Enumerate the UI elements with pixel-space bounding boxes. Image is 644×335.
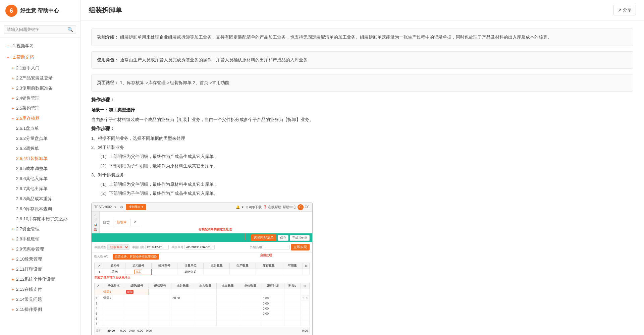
ss-complete-btn[interactable]: 完成其他单 xyxy=(290,235,310,241)
nav-section-title-2[interactable]: － 2.帮助文档 xyxy=(0,52,80,63)
ss-topbar: TEST-H002 ▾ ⚙ 找到我在 ▾ 🔔 ★ ⊞ App下载 ❓ 在线帮助 … xyxy=(92,203,312,212)
ss-save-btn[interactable]: 保存 xyxy=(278,235,288,241)
ss-lower-table-area: ✓ 子元件名 编码/编号 规格型号 主计数量 主入数量 主出数量 单位数量 消耗… xyxy=(92,281,312,335)
ss-tab-zg[interactable]: 自贡 xyxy=(100,219,113,226)
plus-icon-2-9: ＋ xyxy=(11,246,15,252)
ss-lower-col-qty4: 单位数量 xyxy=(239,283,262,289)
ss-lower-cell-2-3 xyxy=(125,295,149,301)
ss-lower-row-3: 3 0.00 xyxy=(95,301,310,306)
ss-lower-r5c4 xyxy=(149,311,171,316)
nav-item-2-6-1[interactable]: 2.6.1盘点单 xyxy=(0,123,80,133)
nav-item-2-7[interactable]: ＋ 2.7资金管理 xyxy=(0,224,80,234)
ss-upper-cell-1-5: 1(0+入1) xyxy=(177,269,204,275)
ss-tabs-row: ⌂ ☰ 📊 🏭 自贡 新增单 ✕ xyxy=(92,212,312,233)
nav-sub-2: ＋ 2.1新手入门 ＋ 2.2产品安装及登录 ＋ 2.3使用前数据准备 ＋ 2.… xyxy=(0,63,80,315)
ss-type-field: 单据类型 组装调单 拆卸 xyxy=(94,244,129,250)
ss-lower-r7c2 xyxy=(102,321,125,326)
nav-item-2-3[interactable]: ＋ 2.3使用前数据准备 xyxy=(0,83,80,93)
ss-bell-icon: 🔔 xyxy=(236,205,240,209)
plus-icon-1: ＋ xyxy=(5,43,11,49)
plus-icon-2-10: ＋ xyxy=(11,257,15,262)
nav-item-2-6[interactable]: － 2.6库存核算 xyxy=(0,113,80,123)
ss-lower-r6c8 xyxy=(239,316,262,321)
ss-lower-r5c6 xyxy=(194,311,216,316)
intro-block: 功能介绍： 组装拆卸单用来处理企业组装或拆卸等加工业务，支持有固定装配清单的产品… xyxy=(91,29,633,46)
nav-item-2-4[interactable]: ＋ 2.4销售管理 xyxy=(0,93,80,103)
ss-username: CC xyxy=(305,205,310,209)
ss-lower-r6c6 xyxy=(194,316,216,321)
search-box[interactable]: 🔍 xyxy=(4,25,76,34)
ss-lower-r5c2 xyxy=(102,311,125,316)
ss-upper-row-1: 1 关米 加工 1(0+入1) xyxy=(95,269,310,275)
nav-item-2-9[interactable]: ＋ 2.9优惠券管理 xyxy=(0,244,80,254)
ss-no-input[interactable] xyxy=(184,245,215,249)
ss-upper-cell-1-6 xyxy=(204,269,230,275)
ss-date-label: 单据日期 xyxy=(132,245,144,249)
nav-item-2-6-6[interactable]: 2.6.6其他入库单 xyxy=(0,174,80,184)
ss-date-input[interactable] xyxy=(145,245,169,249)
nav-item-2-6-10[interactable]: 2.6.10库存账本错了怎么办 xyxy=(0,214,80,224)
ss-upper-cell-tag: 加工 xyxy=(134,270,142,274)
ss-remark-input[interactable] xyxy=(263,245,290,249)
ss-tab-area: 自贡 新增单 ✕ xyxy=(100,219,140,226)
ss-lower-r7c8 xyxy=(239,321,262,326)
ss-lower-r7c9 xyxy=(262,321,284,326)
plus-icon-2-3: ＋ xyxy=(11,86,15,91)
search-button[interactable]: 🔍 xyxy=(67,27,73,32)
nav-item-2-12[interactable]: ＋ 2.12系统个性化设置 xyxy=(0,274,80,284)
nav-item-2-6-4[interactable]: 2.6.4组装拆卸单 xyxy=(0,154,80,164)
nav-item-2-8[interactable]: ＋ 2.8手机旺铺 xyxy=(0,234,80,244)
ss-tab-row: 自贡 新增单 ✕ xyxy=(100,219,140,226)
plus-icon-2-1: ＋ xyxy=(11,65,15,71)
ss-match-btn[interactable]: 选择匹配清单 xyxy=(251,234,276,241)
path-block: 页面路径： 1、库存核算->库存管理->组装拆卸单 2、首页->常用功能 xyxy=(91,74,633,92)
ss-tab-new[interactable]: 新增单 xyxy=(113,219,130,226)
ss-upper-col-qty2: 生产数量 xyxy=(229,263,256,269)
ss-lower-cell-1-5 xyxy=(171,289,194,295)
nav-item-2-14[interactable]: ＋ 2.14常见问题 xyxy=(0,294,80,304)
nav-item-2-6-7[interactable]: 2.6.7其他出库单 xyxy=(0,184,80,194)
ss-edit-icon[interactable]: ✎ xyxy=(302,296,305,299)
ss-lower-row-4: 4 0.00 xyxy=(95,306,310,311)
ss-lower-cell-2-4 xyxy=(149,295,171,301)
nav-item-2-13[interactable]: ＋ 2.13在线支付 xyxy=(0,284,80,294)
share-icon: ↗ xyxy=(618,8,622,13)
minus-icon-2: － xyxy=(5,55,11,60)
search-input[interactable] xyxy=(7,27,67,32)
ss-upper-cell-1-4 xyxy=(151,269,177,275)
nav-item-2-6-3[interactable]: 2.6.3调拨单 xyxy=(0,144,80,154)
ss-upper-cell-1-8 xyxy=(256,269,282,275)
ss-apply-btn[interactable]: 立即实现 xyxy=(291,244,310,250)
share-button[interactable]: ↗ 分享 xyxy=(613,5,636,15)
page-title: 组装拆卸单 xyxy=(89,6,122,15)
ss-lower-cell-1-3[interactable]: 新加 xyxy=(125,289,149,295)
nav-item-2-6-5[interactable]: 2.6.5成本调整单 xyxy=(0,164,80,174)
ss-remark-field: 外销品用 立即实现 xyxy=(250,244,310,250)
nav-item-2-10[interactable]: ＋ 2.10经营管理 xyxy=(0,254,80,264)
intro-label: 功能介绍： xyxy=(97,35,119,40)
ss-lower-r4c11 xyxy=(301,306,310,311)
nav-item-2-6-9[interactable]: 2.6.9库存账本查询 xyxy=(0,204,80,214)
nav-item-2-6-8[interactable]: 2.6.8商品成本重算 xyxy=(0,194,80,204)
ss-lower-r6c3 xyxy=(125,316,149,321)
ss-delete-icon[interactable]: ✕ xyxy=(306,296,308,299)
ss-new-btn[interactable]: 找到我在 ▾ xyxy=(126,204,146,210)
plus-icon-2-2: ＋ xyxy=(11,75,15,81)
nav-section-1: ＋ 1.视频学习 xyxy=(0,40,80,52)
nav-section-title-1[interactable]: ＋ 1.视频学习 xyxy=(0,40,80,52)
ss-footer-v5: 0.00 xyxy=(129,329,135,332)
ss-lower-r7c4 xyxy=(149,321,171,326)
nav-item-2-2[interactable]: ＋ 2.2产品安装及登录 xyxy=(0,73,80,83)
ss-tab-close[interactable]: ✕ xyxy=(130,219,140,226)
ss-topbar-icons: 🔔 ★ ⊞ App下载 ❓ 在线帮助 帮助中心 C CC xyxy=(236,204,310,210)
ss-upper-col-check: ✓ xyxy=(95,263,104,269)
nav-item-2-15[interactable]: ＋ 2.15操作案例 xyxy=(0,304,80,315)
nav-item-2-11[interactable]: ＋ 2.11打印设置 xyxy=(0,264,80,274)
nav-item-2-6-2[interactable]: 2.6.2分量盘点单 xyxy=(0,133,80,144)
ss-type-select[interactable]: 组装调单 拆卸 xyxy=(107,244,129,250)
ss-upper-col-op: ⊞ xyxy=(303,263,310,269)
step-1: 1、根据不同的业务，选择不同单据的类型来处理 xyxy=(91,134,633,142)
ss-upper-cell-1-3[interactable]: 加工 xyxy=(125,269,151,275)
nav-item-2-1[interactable]: ＋ 2.1新手入门 xyxy=(0,63,80,73)
nav-item-2-5[interactable]: ＋ 2.5采购管理 xyxy=(0,103,80,113)
